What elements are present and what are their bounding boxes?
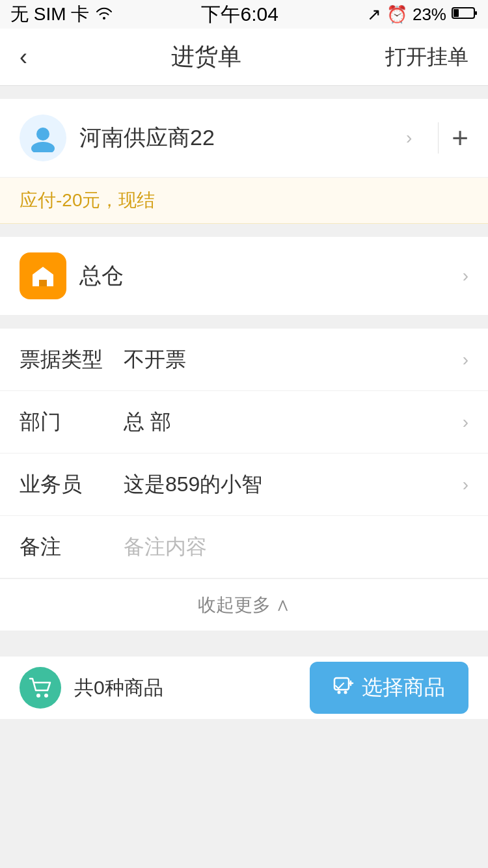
gap-4	[0, 631, 488, 644]
remark-input[interactable]: 备注内容	[111, 533, 468, 562]
battery-label: 23%	[413, 5, 446, 25]
svg-point-11	[344, 690, 347, 694]
salesperson-arrow-icon: ›	[463, 474, 468, 495]
divider	[438, 122, 439, 154]
product-section: 共0种商品 选择商品	[0, 657, 488, 719]
warehouse-name: 总仓	[79, 261, 463, 291]
svg-point-7	[36, 694, 40, 698]
product-count-label: 共0种商品	[74, 675, 310, 701]
collapse-row[interactable]: 收起更多 ∧	[0, 578, 488, 631]
add-supplier-button[interactable]: +	[452, 124, 468, 152]
salesperson-value: 这是859的小智	[111, 470, 463, 499]
gap-2	[0, 224, 488, 237]
status-left: 无 SIM 卡	[10, 2, 113, 27]
department-arrow-icon: ›	[463, 412, 468, 433]
invoice-type-arrow-icon: ›	[463, 349, 468, 370]
svg-rect-2	[475, 11, 477, 15]
select-product-icon	[333, 676, 355, 700]
svg-rect-9	[334, 678, 349, 690]
invoice-type-label: 票据类型	[20, 346, 111, 374]
supplier-row[interactable]: 河南供应商22 › +	[0, 99, 488, 178]
warehouse-arrow-icon: ›	[463, 265, 468, 286]
gap-1	[0, 86, 488, 99]
page-title: 进货单	[171, 41, 241, 73]
supplier-section: 河南供应商22 › + 应付-20元，现结	[0, 99, 488, 224]
form-section: 票据类型 不开票 › 部门 总 部 › 业务员 这是859的小智 › 备注 备注…	[0, 329, 488, 631]
product-cart-icon	[20, 667, 61, 709]
supplier-notice: 应付-20元，现结	[0, 178, 488, 224]
svg-rect-1	[454, 9, 459, 17]
svg-point-3	[36, 128, 49, 141]
svg-point-8	[44, 694, 48, 698]
select-product-button[interactable]: 选择商品	[310, 662, 468, 714]
svg-point-4	[31, 142, 55, 152]
supplier-avatar	[20, 115, 66, 161]
department-row[interactable]: 部门 总 部 ›	[0, 391, 488, 454]
warehouse-section: 总仓 ›	[0, 237, 488, 316]
department-label: 部门	[20, 408, 111, 437]
location-icon: ↗	[367, 5, 381, 25]
supplier-name: 河南供应商22	[79, 123, 406, 153]
battery-icon	[452, 5, 478, 25]
status-right: ↗ ⏰ 23%	[367, 5, 478, 25]
supplier-arrow-icon: ›	[406, 128, 412, 148]
remark-label: 备注	[20, 533, 111, 562]
salesperson-label: 业务员	[20, 470, 111, 499]
department-value: 总 部	[111, 408, 463, 437]
invoice-type-row[interactable]: 票据类型 不开票 ›	[0, 329, 488, 391]
salesperson-row[interactable]: 业务员 这是859的小智 ›	[0, 454, 488, 516]
status-time: 下午6:04	[201, 1, 278, 28]
gap-3	[0, 316, 488, 329]
carrier-label: 无 SIM 卡	[10, 2, 89, 27]
wifi-icon	[96, 4, 113, 25]
select-product-label: 选择商品	[362, 673, 445, 702]
back-button[interactable]: ‹	[20, 44, 27, 71]
collapse-label: 收起更多 ∧	[198, 593, 291, 617]
warehouse-row[interactable]: 总仓 ›	[0, 237, 488, 316]
open-pending-button[interactable]: 打开挂单	[385, 43, 468, 72]
svg-point-10	[338, 690, 341, 694]
invoice-type-value: 不开票	[111, 346, 463, 374]
status-bar: 无 SIM 卡 下午6:04 ↗ ⏰ 23%	[0, 0, 488, 29]
remark-row[interactable]: 备注 备注内容	[0, 516, 488, 578]
alarm-icon: ⏰	[386, 5, 407, 25]
warehouse-icon	[20, 252, 66, 299]
nav-bar: ‹ 进货单 打开挂单	[0, 29, 488, 86]
svg-rect-6	[39, 280, 47, 286]
gray-bottom	[0, 719, 488, 868]
